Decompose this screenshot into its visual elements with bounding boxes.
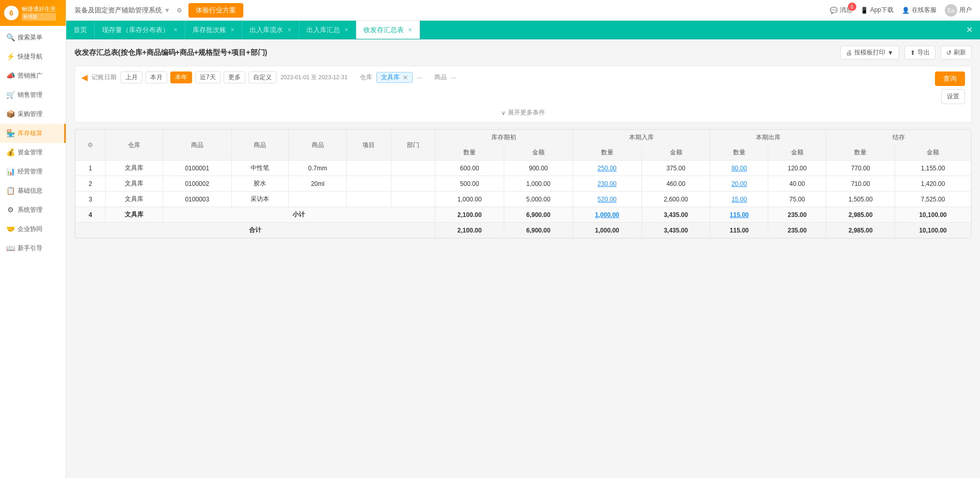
period-last-month[interactable]: 上月 [121,71,142,83]
cell-code: 0100001 [163,161,231,176]
cell-name: 胶水 [231,176,288,192]
filter-collapse-icon[interactable]: ◀ [81,73,87,82]
tab-close-stock[interactable]: ✕ [173,27,178,33]
date-range-display: 2023-01-01 至 2023-12-31 [281,74,348,81]
online-service-action[interactable]: 👤 在线客服 [902,6,937,15]
cell-spec: 0.7mm [289,161,347,176]
period-selector: 上月 本月 本年 近7天 更多 自定义 [121,71,276,83]
table-row: 2 文具库 0100002 胶水 20ml 500.00 1,000.00 23… [76,176,971,192]
sidebar-item-system[interactable]: ⚙ 系统管理 [0,200,66,220]
export-icon: ⬆ [910,49,915,56]
chevron-down-icon: ▼ [887,49,894,56]
col-out-amt: 金额 [768,145,826,161]
sidebar-item-finance[interactable]: 💰 资金管理 [0,143,66,162]
sidebar-item-operations[interactable]: 📊 经营管理 [0,162,66,181]
cell-out-qty[interactable]: 20.00 [710,176,768,192]
cell-spec [289,192,347,207]
cell-out-qty[interactable]: 15.00 [710,192,768,207]
subtotal-out-amt: 235.00 [768,207,826,223]
subtotal-open-amt: 6,900.00 [504,207,573,223]
sidebar-item-sales[interactable]: 🛒 销售管理 [0,85,66,105]
box-icon: 📦 [6,110,14,118]
tab-home[interactable]: 首页 [66,21,95,39]
refresh-button[interactable]: ↺ 刷新 [941,46,972,60]
sidebar-item-quick[interactable]: ⚡ 快捷导航 [0,47,66,66]
expand-more-button[interactable]: ∨ 展开更多条件 [81,108,965,117]
period-custom[interactable]: 自定义 [248,71,276,83]
message-action[interactable]: 💬 消息 6 [830,6,852,15]
tab-close-batch[interactable]: ✕ [230,27,235,33]
sidebar-item-guide[interactable]: 📖 新手引导 [0,239,66,258]
tab-batch[interactable]: 库存批次账 ✕ [185,21,242,39]
cell-dept [391,161,435,176]
print-template-button[interactable]: 🖨 按模板打印 ▼ [840,46,899,60]
mobile-icon: 📱 [860,7,868,14]
chevron-down-icon: ∨ [501,109,506,117]
sidebar-item-collab[interactable]: 🤝 企业协同 [0,220,66,239]
tab-close-recsum[interactable]: ✕ [408,27,412,33]
cell-bal-qty: 710.00 [826,176,895,192]
filter-area: ◀ 记账日期 上月 本月 本年 近7天 更多 自定义 2023-01-01 至 … [75,66,972,123]
sidebar-logo: 6 畅捷通好生意 标准版 [0,0,66,26]
tab-close-inout[interactable]: ✕ [287,27,291,33]
warehouse-tag-remove[interactable]: ✕ [403,74,408,81]
tab-recsum[interactable]: 收发存汇总表 ✕ [356,21,420,39]
system-selector[interactable]: 装备及固定资产辅助管理系统 ▼ [75,6,170,15]
tab-bar-close-btn[interactable]: ✕ [959,25,980,35]
sidebar-item-inventory[interactable]: 🏪 库存核算 [0,124,66,143]
filter-settings-button[interactable]: 设置 [941,89,965,104]
sidebar-menu: 🔍 搜索菜单 ⚡ 快捷导航 📣 营销推广 🛒 销售管理 📦 采购管理 🏪 库存核… [0,26,66,478]
chart-icon: 📊 [6,167,14,176]
footer-open-amt: 6,900.00 [504,223,573,238]
col-bal-amt: 金额 [895,145,971,161]
cell-seq: 3 [76,192,106,207]
lightning-icon: ⚡ [6,52,14,61]
cell-in-qty[interactable]: 520.00 [573,192,641,207]
sidebar-item-marketing[interactable]: 📣 营销推广 [0,66,66,85]
col-out-qty: 数量 [710,145,768,161]
footer-in-amt: 3,435.00 [641,223,710,238]
subtotal-out-qty[interactable]: 115.00 [710,207,768,223]
goods-more-icon[interactable]: ··· [451,74,456,81]
cell-bal-qty: 770.00 [826,161,895,176]
export-button[interactable]: ⬆ 导出 [904,46,935,60]
logo-icon: 6 [4,6,19,20]
tab-inout[interactable]: 出入库流水 ✕ [242,21,299,39]
user-action[interactable]: Ea 用户 [945,4,972,17]
printer-icon: 🖨 [846,49,852,56]
col-header-spec: 商品 [289,130,347,161]
subtotal-in-amt: 3,435.00 [641,207,710,223]
handshake-icon: 🤝 [6,225,14,233]
page-title: 收发存汇总表(按仓库+商品编码+商品+规格型号+项目+部门) [75,48,267,57]
cell-name: 采访本 [231,192,288,207]
settings-icon[interactable]: ⚙ [177,7,182,14]
cell-in-qty[interactable]: 230.00 [573,176,641,192]
sidebar: 6 畅捷通好生意 标准版 🔍 搜索菜单 ⚡ 快捷导航 📣 营销推广 🛒 销售管理… [0,0,66,478]
cell-in-qty[interactable]: 250.00 [573,161,641,176]
query-button[interactable]: 查询 [935,71,965,86]
period-7days[interactable]: 近7天 [195,71,221,83]
app-download-action[interactable]: 📱 App下载 [860,6,894,15]
cell-out-qty[interactable]: 80.00 [710,161,768,176]
tab-close-summary[interactable]: ✕ [344,27,348,33]
sidebar-item-search[interactable]: 🔍 搜索菜单 [0,28,66,47]
cell-warehouse: 文具库 [106,176,163,192]
subtotal-seq: 4 [76,207,106,223]
period-this-month[interactable]: 本月 [145,71,167,83]
main-area: 装备及固定资产辅助管理系统 ▼ ⚙ 体验行业方案 💬 消息 6 📱 App下载 … [66,0,980,478]
tab-summary[interactable]: 出入库汇总 ✕ [299,21,356,39]
col-header-project: 项目 [347,130,391,161]
footer-in-qty: 1,000.00 [573,223,641,238]
period-this-year[interactable]: 本年 [170,71,192,83]
sidebar-item-purchase[interactable]: 📦 采购管理 [0,105,66,124]
page-title-bar: 收发存汇总表(按仓库+商品编码+商品+规格型号+项目+部门) 🖨 按模板打印 ▼… [75,46,972,60]
sidebar-item-basic[interactable]: 📋 基础信息 [0,181,66,200]
trial-button[interactable]: 体验行业方案 [188,3,243,18]
table-settings-icon[interactable]: ⚙ [76,130,106,161]
subtotal-in-qty[interactable]: 1,000.00 [573,207,641,223]
chevron-down-icon: ▼ [164,7,170,14]
period-more[interactable]: 更多 [224,71,245,83]
tab-stock[interactable]: 现存量（库存分布表） ✕ [95,21,185,39]
warehouse-more-icon[interactable]: ··· [417,74,422,81]
message-icon: 💬 [830,7,838,14]
